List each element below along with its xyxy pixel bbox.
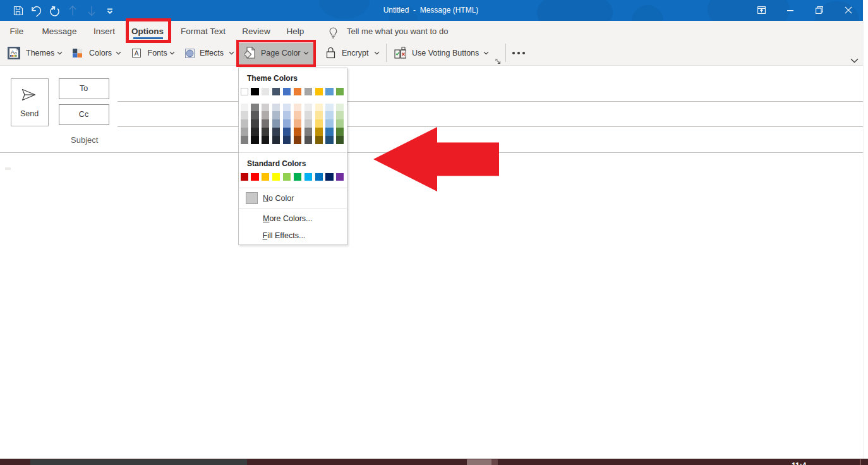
- svg-text:A: A: [135, 49, 139, 56]
- svg-text:a: a: [15, 51, 17, 55]
